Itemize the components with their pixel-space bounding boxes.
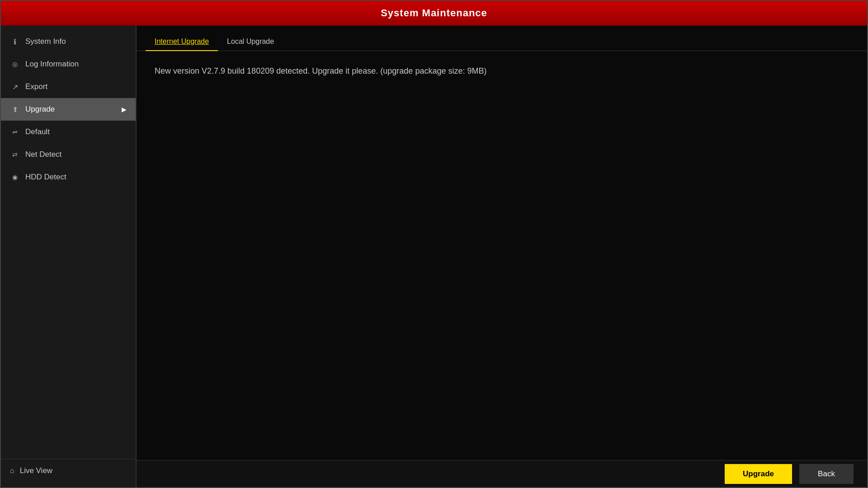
app-container: System Maintenance System Info Log Infor… <box>0 0 868 488</box>
main-content: System Info Log Information Export Upgra… <box>1 26 867 487</box>
home-icon <box>10 466 14 475</box>
upgrade-message: New version V2.7.9 build 180209 detected… <box>155 65 849 78</box>
title-bar: System Maintenance <box>1 1 867 26</box>
sidebar: System Info Log Information Export Upgra… <box>1 26 137 487</box>
sidebar-item-log-information[interactable]: Log Information <box>1 53 136 75</box>
tabs-bar: Internet Upgrade Local Upgrade <box>137 26 867 51</box>
tab-internet-upgrade[interactable]: Internet Upgrade <box>146 33 218 51</box>
log-icon <box>10 59 20 69</box>
sidebar-item-system-info[interactable]: System Info <box>1 30 136 53</box>
sidebar-label-system-info: System Info <box>25 37 66 46</box>
hdd-icon <box>10 172 20 182</box>
tab-local-upgrade[interactable]: Local Upgrade <box>218 33 283 51</box>
sidebar-label-upgrade: Upgrade <box>25 105 55 114</box>
live-view-label: Live View <box>20 466 52 475</box>
back-button[interactable]: Back <box>799 464 854 484</box>
content-body: New version V2.7.9 build 180209 detected… <box>137 51 867 460</box>
sidebar-item-net-detect[interactable]: Net Detect <box>1 143 136 166</box>
app-title: System Maintenance <box>381 7 487 19</box>
sidebar-label-default: Default <box>25 127 50 136</box>
sidebar-spacer <box>1 188 136 459</box>
sidebar-label-export: Export <box>25 82 47 91</box>
sidebar-item-live-view[interactable]: Live View <box>1 459 136 483</box>
sidebar-item-hdd-detect[interactable]: HDD Detect <box>1 166 136 188</box>
export-icon <box>10 82 20 92</box>
info-icon <box>10 37 20 47</box>
content-area: Internet Upgrade Local Upgrade New versi… <box>137 26 867 487</box>
sidebar-item-export[interactable]: Export <box>1 75 136 98</box>
sidebar-item-upgrade[interactable]: Upgrade ▶ <box>1 98 136 121</box>
upgrade-icon <box>10 104 20 114</box>
default-icon <box>10 127 20 137</box>
sidebar-label-net-detect: Net Detect <box>25 150 61 159</box>
sidebar-label-hdd-detect: HDD Detect <box>25 173 66 182</box>
sidebar-label-log-information: Log Information <box>25 60 79 69</box>
chevron-right-icon: ▶ <box>122 106 127 113</box>
upgrade-button[interactable]: Upgrade <box>725 464 792 484</box>
sidebar-item-default[interactable]: Default <box>1 121 136 143</box>
netdetect-icon <box>10 150 20 160</box>
footer-bar: Upgrade Back <box>137 460 867 487</box>
